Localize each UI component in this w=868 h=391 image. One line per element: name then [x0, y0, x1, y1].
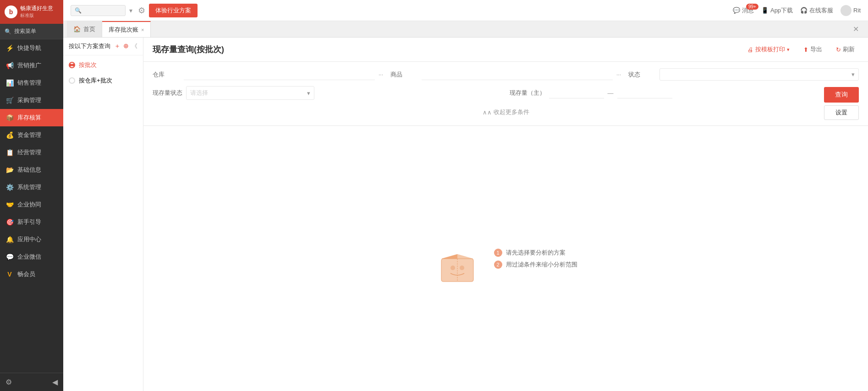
status-dropdown-icon: ▾ [852, 71, 855, 78]
collapse-filter-label: 收起更多条件 [494, 108, 529, 116]
search-icon: 🔍 [5, 28, 11, 35]
stock-qty-max-input[interactable] [617, 87, 672, 98]
scheme-list: 按批次 按仓库+批次 [63, 55, 143, 90]
empty-illustration [434, 236, 480, 282]
sidebar-item-operation[interactable]: 📋 经营管理 [0, 144, 63, 161]
stock-status-dropdown-icon: ▾ [307, 90, 310, 97]
filter-row-1: 仓库 ··· 商品 ··· 状态 ▾ [153, 68, 859, 81]
export-button[interactable]: ⬆ 导出 [799, 43, 826, 56]
finance-icon: 💰 [5, 131, 14, 139]
warehouse-label: 仓库 [153, 71, 180, 79]
add-scheme-icon[interactable]: ＋ [114, 42, 121, 50]
sidebar-item-wechat[interactable]: 💬 企业微信 [0, 248, 63, 266]
svg-point-5 [450, 266, 455, 270]
app-logo: b [5, 5, 17, 18]
scheme-item-batch[interactable]: 按批次 [63, 57, 143, 73]
stock-qty-range: — [549, 87, 672, 98]
sidebar-item-marketing[interactable]: 📢 营销推广 [0, 57, 63, 74]
sidebar-item-newbie[interactable]: 🎯 新手引导 [0, 213, 63, 231]
sidebar-item-label: 经营管理 [17, 148, 41, 157]
scheme-header-label: 按以下方案查询 [69, 42, 110, 50]
sidebar-item-sales[interactable]: 📊 销售管理 [0, 74, 63, 92]
svg-marker-1 [441, 254, 457, 259]
sidebar-item-label: 企业微信 [17, 253, 41, 261]
tabbar: 🏠 首页 库存批次账 × ✕ [63, 21, 868, 38]
scheme-label-warehouse-batch: 按仓库+批次 [79, 76, 112, 85]
empty-state: 1 请先选择要分析的方案 2 用过滤条件来缩小分析范围 [143, 126, 868, 391]
warehouse-input[interactable] [184, 69, 375, 80]
sidebar-footer: ⚙ ◀ [0, 373, 63, 391]
scheme-item-warehouse-batch[interactable]: 按仓库+批次 [63, 73, 143, 88]
sidebar-item-enterprise[interactable]: 🤝 企业协同 [0, 196, 63, 213]
tip-text-2: 用过滤条件来缩小分析范围 [506, 261, 577, 269]
gear-scheme-icon[interactable]: ⊕ [123, 42, 129, 50]
empty-tip-2: 2 用过滤条件来缩小分析范围 [494, 261, 577, 269]
scheme-radio-warehouse-batch [69, 77, 75, 84]
inventory-icon: 📦 [5, 114, 14, 122]
topbar-search[interactable]: 🔍 [71, 5, 126, 16]
refresh-button[interactable]: ↻ 刷新 [832, 43, 859, 56]
collapse-scheme-icon[interactable]: 《 [132, 42, 137, 50]
status-label: 状态 [628, 71, 656, 79]
system-icon: ⚙️ [5, 183, 14, 191]
tab-close-icon[interactable]: × [141, 27, 144, 33]
filter-row-2: 现存量状态 请选择 ▾ 现存量（主） — [153, 86, 859, 100]
member-icon: V [5, 270, 14, 278]
status-select[interactable]: ▾ [659, 68, 859, 81]
collapse-filter-btn[interactable]: ∧∧ 收起更多条件 [153, 105, 859, 119]
filter-area: 仓库 ··· 商品 ··· 状态 ▾ [143, 62, 868, 126]
print-button[interactable]: 🖨 按模板打印 ▾ [743, 43, 794, 56]
settings-icon[interactable]: ⚙ [5, 378, 12, 386]
message-icon: 💬 [733, 7, 740, 14]
online-service-btn[interactable]: 🎧 在线客服 [800, 6, 833, 15]
sidebar-item-purchase[interactable]: 🛒 采购管理 [0, 92, 63, 109]
purchase-icon: 🛒 [5, 96, 14, 104]
scheme-label-batch: 按批次 [79, 61, 97, 69]
search-dropdown-icon[interactable]: ▾ [129, 7, 132, 14]
wechat-icon: 💬 [5, 253, 14, 261]
stock-status-select-value: 请选择 [190, 89, 208, 97]
app-download-label: App下载 [770, 6, 793, 15]
app-edition: 标准版 [20, 12, 53, 19]
sidebar-item-label: 营销推广 [17, 61, 41, 70]
sidebar-item-quick-nav[interactable]: ⚡ 快捷导航 [0, 39, 63, 57]
print-icon: 🖨 [747, 46, 753, 53]
warehouse-more-icon[interactable]: ··· [379, 71, 383, 78]
message-badge[interactable]: 💬 消息 99+ [733, 6, 754, 15]
tab-inventory-batch[interactable]: 库存批次账 × [102, 21, 151, 37]
settings-gear-icon[interactable]: ⚙ [138, 5, 145, 16]
app-title: 畅康通好生意 [20, 5, 53, 12]
sidebar-item-member[interactable]: V 畅会员 [0, 266, 63, 283]
user-menu[interactable]: Rit [841, 5, 861, 16]
product-more-icon[interactable]: ··· [616, 71, 621, 78]
sidebar-item-label: 基础信息 [17, 166, 41, 174]
stock-qty-min-input[interactable] [549, 87, 604, 98]
sidebar-search[interactable]: 🔍 搜索菜单 [0, 24, 63, 39]
app-download-btn[interactable]: 📱 App下载 [761, 6, 793, 15]
tab-close-main-icon[interactable]: ✕ [847, 25, 864, 33]
print-label: 按模板打印 [755, 45, 785, 54]
settings-button[interactable]: 设置 [824, 105, 859, 120]
industry-solution-button[interactable]: 体验行业方案 [149, 4, 198, 17]
filter-status: 状态 ▾ [628, 68, 859, 81]
tab-home[interactable]: 🏠 首页 [67, 21, 102, 37]
sidebar-item-label: 应用中心 [17, 235, 41, 244]
sidebar-item-label: 系统管理 [17, 183, 41, 191]
sidebar-item-inventory[interactable]: 📦 库存核算 [0, 109, 63, 126]
print-dropdown-icon[interactable]: ▾ [787, 47, 790, 53]
scheme-radio-batch [69, 62, 75, 68]
sidebar-item-finance[interactable]: 💰 资金管理 [0, 126, 63, 144]
stock-status-select[interactable]: 请选择 ▾ [186, 86, 314, 100]
collapse-sidebar-icon[interactable]: ◀ [52, 378, 58, 386]
query-button[interactable]: 查询 [824, 87, 859, 103]
filter-product: 商品 ··· [390, 69, 621, 80]
sidebar-item-basic[interactable]: 📂 基础信息 [0, 161, 63, 179]
sidebar-item-app-center[interactable]: 🔔 应用中心 [0, 231, 63, 248]
tip-num-1: 1 [494, 249, 502, 257]
sidebar-item-system[interactable]: ⚙️ 系统管理 [0, 179, 63, 196]
stock-qty-dash: — [608, 90, 614, 97]
sidebar-item-label: 采购管理 [17, 96, 41, 104]
scheme-panel: 按以下方案查询 ＋ ⊕ 《 按批次 按仓库+批次 [63, 38, 143, 391]
enterprise-icon: 🤝 [5, 201, 14, 209]
product-input[interactable] [422, 69, 613, 80]
